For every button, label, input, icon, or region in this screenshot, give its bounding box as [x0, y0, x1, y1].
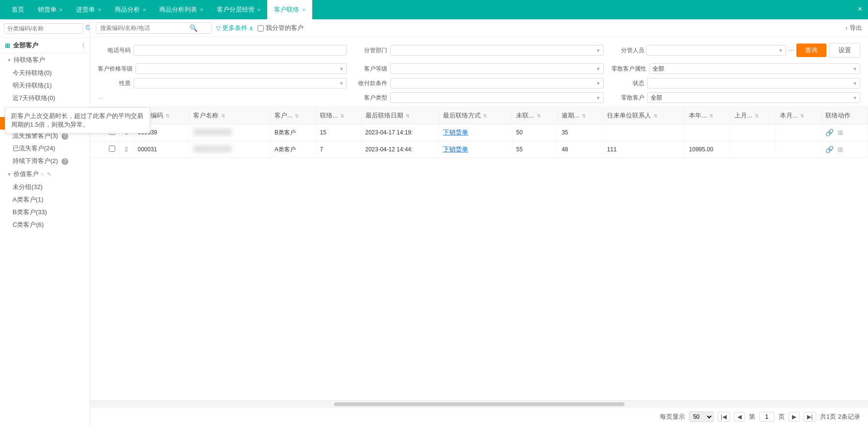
- scatter-customer-select[interactable]: 全部: [647, 92, 860, 103]
- col-unreached[interactable]: 未联... ⇅: [512, 107, 558, 124]
- close-window-button[interactable]: ×: [858, 5, 862, 14]
- sidebar-pending-today[interactable]: 今天待联络(0): [0, 67, 90, 79]
- close-customer-segment-tab[interactable]: ×: [258, 7, 260, 13]
- col-this-month[interactable]: 本月... ⇅: [776, 107, 821, 124]
- content-area: 🔍 ▽ 更多条件 ∧ 我分管的客户 ↑ 导出 电话号码: [90, 19, 868, 426]
- my-customers-checkbox[interactable]: [258, 25, 264, 31]
- row1-unreached: 50: [512, 124, 558, 141]
- col-contact[interactable]: 联络... ⇅: [316, 107, 361, 124]
- arrow-down-icon: ▼: [7, 58, 12, 63]
- row2-last-method[interactable]: 下销货单: [439, 141, 512, 158]
- row2-this-year: 10995.00: [685, 141, 731, 158]
- collapse-icon[interactable]: 〈: [79, 42, 85, 50]
- manager-select[interactable]: [646, 45, 786, 56]
- page-size-select[interactable]: 50 20 100: [689, 411, 714, 422]
- next-page-btn[interactable]: ▶: [789, 412, 800, 422]
- search-box: 🔍: [96, 22, 212, 34]
- horizontal-scrollbar[interactable]: [90, 400, 868, 407]
- help-icon-3[interactable]: ?: [61, 158, 68, 165]
- prev-page-btn[interactable]: ◀: [734, 412, 745, 422]
- scatter-attr-select-wrap: 全部 ▼: [649, 63, 860, 74]
- close-analysis-tab[interactable]: ×: [143, 7, 146, 13]
- phone-input[interactable]: [134, 45, 347, 56]
- sidebar-class-b[interactable]: B类客户(33): [0, 206, 90, 219]
- col-this-year[interactable]: 本年... ⇅: [685, 107, 731, 124]
- more-conditions-btn[interactable]: ▽ 更多条件 ∧: [216, 24, 254, 32]
- sort-unit-icon: ⇅: [654, 113, 657, 118]
- scatter-attr-select[interactable]: 全部: [649, 63, 860, 74]
- payment-select[interactable]: [390, 78, 603, 88]
- more-dots[interactable]: ···: [98, 94, 104, 102]
- sidebar-pending-group[interactable]: ▼ 待联络客户: [0, 53, 90, 67]
- filter-row-5: 客户等级 ▼: [354, 63, 603, 74]
- col-last-contact-date[interactable]: 最后联络日期 ⇅: [361, 107, 439, 124]
- row2-grid-icon[interactable]: ⊞: [838, 146, 843, 153]
- customer-type-select[interactable]: [390, 92, 603, 103]
- nav-analysis[interactable]: 商品分析 ×: [108, 0, 152, 19]
- close-analysis-list-tab[interactable]: ×: [200, 7, 203, 13]
- more-icon[interactable]: ···: [788, 46, 794, 55]
- sidebar-pending-7days[interactable]: 近7天待联络(0): [0, 92, 90, 104]
- row1-last-method[interactable]: 下销货单: [439, 124, 512, 141]
- label-status: 状态: [611, 79, 644, 88]
- first-page-btn[interactable]: |◀: [717, 412, 730, 422]
- row2-name: [189, 141, 271, 158]
- settings-button[interactable]: 设置: [829, 43, 860, 58]
- query-button[interactable]: 查询: [796, 44, 826, 57]
- edit-icon[interactable]: ✎: [47, 171, 51, 177]
- customer-level-select[interactable]: [390, 63, 603, 74]
- chevron-up-icon: ∧: [249, 25, 254, 32]
- status-select[interactable]: [647, 78, 860, 88]
- nav-analysis-list[interactable]: 商品分析列表 ×: [152, 0, 210, 19]
- col-unit-contact[interactable]: 往来单位联系人 ⇅: [603, 107, 685, 124]
- filter-row-9: 状态 ▼: [611, 78, 860, 88]
- customer-level-select-wrap: ▼: [390, 63, 603, 74]
- circle-icon: ○: [41, 171, 44, 177]
- customer-type-select-wrap: ▼: [390, 92, 603, 103]
- row1-link-icon[interactable]: 🔗: [825, 129, 834, 136]
- sidebar-class-c[interactable]: C类客户(6): [0, 219, 90, 231]
- sidebar-value-customers-group[interactable]: ▼ 价值客户 ○ ✎: [0, 167, 90, 181]
- scroll-thumb[interactable]: [334, 402, 624, 406]
- row2-select[interactable]: [109, 146, 115, 152]
- main-search-input[interactable]: [100, 25, 187, 31]
- row2-checkbox[interactable]: [105, 141, 119, 158]
- col-last-month[interactable]: 上月... ⇅: [731, 107, 776, 124]
- nav-customer-contact[interactable]: 客户联络 ×: [267, 0, 312, 19]
- main-search-icon[interactable]: 🔍: [189, 24, 198, 32]
- col-category[interactable]: 客户... ⇅: [270, 107, 316, 124]
- last-page-btn[interactable]: ▶|: [804, 412, 816, 422]
- close-purchase-tab[interactable]: ×: [98, 7, 101, 13]
- nav-customer-segment[interactable]: 客户分层经营 ×: [210, 0, 267, 19]
- nav-home[interactable]: 首页: [5, 0, 31, 19]
- sidebar-search-icon[interactable]: 🔍: [85, 25, 90, 32]
- row2-link-icon[interactable]: 🔗: [825, 146, 834, 153]
- sidebar-class-a[interactable]: A类客户(1): [0, 193, 90, 206]
- sidebar-declining[interactable]: 持续下滑客户(2) ?: [0, 155, 90, 167]
- sidebar-all-customers[interactable]: ⊞ 全部客户 〈: [0, 38, 90, 53]
- label-scatter-attr: 零散客户属性: [611, 65, 646, 73]
- close-sales-tab[interactable]: ×: [60, 7, 62, 13]
- data-table-wrap[interactable]: ⚙ 客户编码 ⇅ 客户名称 ⇅: [90, 107, 868, 400]
- dept-select[interactable]: [390, 45, 603, 56]
- col-last-contact-method[interactable]: 最后联络方式 ⇅: [439, 107, 512, 124]
- sidebar-search-input[interactable]: [4, 23, 83, 34]
- filter-toolbar: 🔍 ▽ 更多条件 ∧ 我分管的客户 ↑ 导出: [90, 19, 868, 37]
- close-customer-contact-tab[interactable]: ×: [302, 7, 305, 13]
- col-overdue[interactable]: 逾期... ⇅: [558, 107, 603, 124]
- sidebar-lost-customers[interactable]: 已流失客户(24): [0, 142, 90, 155]
- col-name[interactable]: 客户名称 ⇅: [189, 107, 271, 124]
- row1-grid-icon[interactable]: ⊞: [838, 129, 843, 136]
- nav-sales[interactable]: 销货单 ×: [31, 0, 69, 19]
- sidebar-pending-tomorrow[interactable]: 明天待联络(1): [0, 79, 90, 92]
- page-number-input[interactable]: [759, 412, 775, 422]
- row1-unit-contact: [603, 124, 685, 141]
- row1-actions: 🔗 ⊞: [821, 124, 868, 141]
- label-price-level: 客户价格等级: [98, 65, 133, 73]
- nature-select[interactable]: [134, 78, 347, 88]
- price-level-select[interactable]: [136, 63, 347, 74]
- nav-purchase[interactable]: 进货单 ×: [69, 0, 107, 19]
- sidebar-ungrouped[interactable]: 未分组(32): [0, 181, 90, 193]
- help-icon-2[interactable]: ?: [61, 133, 68, 140]
- export-button[interactable]: ↑ 导出: [845, 24, 863, 32]
